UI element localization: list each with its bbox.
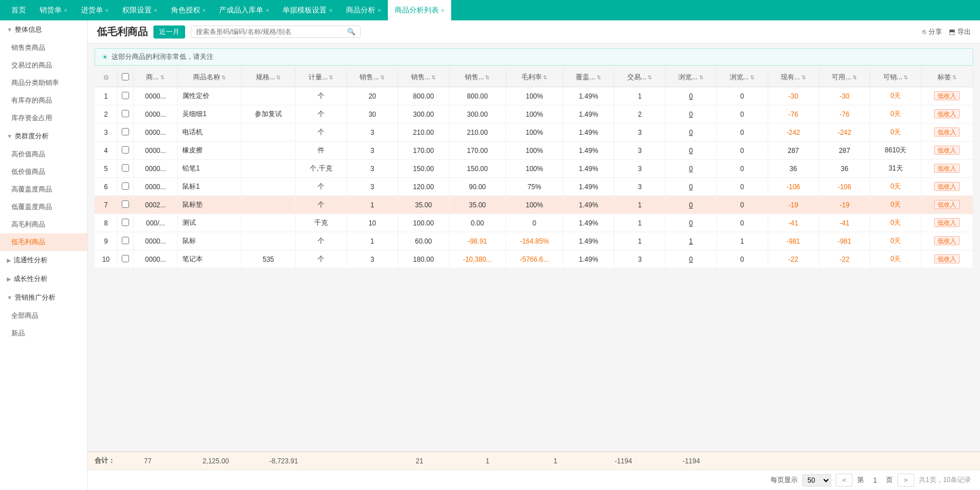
sidebar-item-stock-capital[interactable]: 库存资金占用 — [0, 109, 87, 127]
nav-item-instock[interactable]: 产成品入库单× — [212, 0, 276, 20]
nav-item-analysis-list[interactable]: 商品分析列表× — [388, 0, 451, 20]
col-header-coverage[interactable]: 覆盖... ⇅ — [563, 68, 614, 87]
prev-page-button[interactable]: ＜ — [836, 474, 853, 487]
row-checkbox[interactable] — [118, 87, 134, 105]
col-header-browse2[interactable]: 浏览... ⇅ — [717, 68, 768, 87]
sort-icon[interactable]: ⇅ — [951, 75, 957, 80]
col-header-unit[interactable]: 计量... ⇅ — [296, 68, 346, 87]
row-browse1[interactable]: 0 — [665, 160, 716, 178]
sort-icon[interactable]: ⇅ — [484, 75, 490, 80]
search-input[interactable] — [196, 28, 345, 36]
sort-icon[interactable]: ⇅ — [647, 75, 653, 80]
row-checkbox[interactable] — [118, 232, 134, 250]
row-browse1[interactable]: 0 — [665, 87, 716, 105]
nav-item-home[interactable]: 首页 — [5, 0, 33, 20]
row-checkbox[interactable] — [118, 123, 134, 142]
next-page-button[interactable]: ＞ — [897, 474, 914, 487]
close-icon[interactable]: × — [329, 7, 332, 14]
sort-icon[interactable]: ⇅ — [275, 75, 281, 80]
row-browse1[interactable]: 0 — [665, 105, 716, 123]
sort-icon[interactable]: ⇅ — [851, 75, 857, 80]
row-name[interactable]: 鼠标 — [178, 232, 241, 250]
row-name[interactable]: 鼠标垫 — [178, 196, 241, 214]
sidebar-group-整体信息[interactable]: ▼整体信息 — [0, 20, 87, 39]
close-icon[interactable]: × — [266, 7, 269, 14]
col-header-available_stock[interactable]: 可用... ⇅ — [819, 68, 870, 87]
sidebar-item-low-profit[interactable]: 低毛利商品 — [0, 233, 87, 251]
col-header-gross_rate[interactable]: 毛利率 ⇅ — [506, 68, 563, 87]
table-container[interactable]: ⚙商... ⇅商品名称 ⇅规格... ⇅计量... ⇅销售... ⇅销售... … — [95, 68, 973, 451]
row-name[interactable]: 属性定价 — [178, 87, 241, 105]
col-header-sellable_days[interactable]: 可销... ⇅ — [870, 68, 921, 87]
nav-item-purchase[interactable]: 进货单× — [74, 0, 115, 20]
col-header-sales_qty[interactable]: 销售... ⇅ — [346, 68, 397, 87]
sort-icon[interactable]: ⇅ — [749, 75, 755, 80]
nav-item-role[interactable]: 角色授权× — [164, 0, 213, 20]
export-button[interactable]: ⬒ 导出 — [949, 27, 971, 37]
row-browse1[interactable]: 0 — [665, 250, 716, 269]
col-header-current_stock[interactable]: 现有... ⇅ — [768, 68, 819, 87]
col-header-code[interactable]: 商... ⇅ — [134, 68, 178, 87]
sidebar-group-类群度分析[interactable]: ▼类群度分析 — [0, 127, 87, 146]
row-name[interactable]: 笔记本 — [178, 250, 241, 269]
row-checkbox[interactable] — [118, 214, 134, 232]
row-checkbox[interactable] — [118, 105, 134, 123]
col-header-trade_count[interactable]: 交易... ⇅ — [614, 68, 665, 87]
nav-item-analysis[interactable]: 商品分析× — [339, 0, 388, 20]
col-header-sales_price[interactable]: 销售... ⇅ — [398, 68, 449, 87]
share-button[interactable]: ⎋ 分享 — [922, 27, 942, 37]
sidebar-item-traded-goods[interactable]: 交易过的商品 — [0, 57, 87, 74]
sort-icon[interactable]: ⇅ — [595, 75, 601, 80]
sidebar-item-new-goods[interactable]: 新品 — [0, 325, 87, 342]
row-checkbox[interactable] — [118, 142, 134, 160]
sort-icon[interactable]: ⇅ — [328, 75, 334, 80]
row-browse1[interactable]: 0 — [665, 178, 716, 196]
nav-item-permission[interactable]: 权限设置× — [115, 0, 164, 20]
sort-icon[interactable]: ⇅ — [542, 75, 548, 80]
row-browse1[interactable]: 0 — [665, 123, 716, 142]
col-header-spec[interactable]: 规格... ⇅ — [241, 68, 296, 87]
row-checkbox[interactable] — [118, 250, 134, 269]
close-icon[interactable]: × — [378, 7, 381, 14]
nav-item-sales[interactable]: 销货单× — [33, 0, 74, 20]
close-icon[interactable]: × — [154, 7, 157, 14]
close-icon[interactable]: × — [203, 7, 206, 14]
sidebar-group-成长性分析[interactable]: ▶成长性分析 — [0, 270, 87, 288]
row-checkbox[interactable] — [118, 178, 134, 196]
sidebar-item-high-value[interactable]: 高价值商品 — [0, 146, 87, 163]
sidebar-item-low-coverage[interactable]: 低覆盖度商品 — [0, 198, 87, 216]
sort-icon[interactable]: ⇅ — [902, 75, 909, 80]
row-browse1[interactable]: 0 — [665, 214, 716, 232]
sort-icon[interactable]: ⇅ — [430, 75, 436, 80]
select-all-checkbox[interactable] — [122, 73, 129, 80]
sidebar-item-stock-goods[interactable]: 有库存的商品 — [0, 92, 87, 109]
close-icon[interactable]: × — [105, 7, 109, 14]
col-header-name[interactable]: 商品名称 ⇅ — [178, 68, 241, 87]
sidebar-item-high-coverage[interactable]: 高覆盖度商品 — [0, 181, 87, 198]
sidebar-group-流通性分析[interactable]: ▶流通性分析 — [0, 251, 87, 270]
sort-icon[interactable]: ⇅ — [159, 75, 165, 80]
row-name[interactable]: 橡皮擦 — [178, 142, 241, 160]
row-name[interactable]: 鼠标1 — [178, 178, 241, 196]
row-browse1[interactable]: 1 — [665, 232, 716, 250]
col-header-browse1[interactable]: 浏览... ⇅ — [665, 68, 716, 87]
row-name[interactable]: 电话机 — [178, 123, 241, 142]
row-name[interactable]: 吴细细1 — [178, 105, 241, 123]
row-name[interactable]: 铅笔1 — [178, 160, 241, 178]
row-checkbox[interactable] — [118, 160, 134, 178]
nav-item-template[interactable]: 单据模板设置× — [276, 0, 339, 20]
row-name[interactable]: 测试 — [178, 214, 241, 232]
sidebar-group-营销推广分析[interactable]: ▼营销推广分析 — [0, 288, 87, 307]
close-icon[interactable]: × — [441, 7, 444, 14]
sidebar-item-sales-goods[interactable]: 销售类商品 — [0, 39, 87, 57]
sidebar-item-high-profit[interactable]: 高毛利商品 — [0, 216, 87, 233]
sidebar-item-all-goods[interactable]: 全部商品 — [0, 307, 87, 325]
time-filter-button[interactable]: 近一月 — [153, 25, 185, 39]
search-icon[interactable]: 🔍 — [347, 28, 356, 36]
page-size-select[interactable]: 50 20 100 — [802, 474, 831, 487]
sort-icon[interactable]: ⇅ — [800, 75, 806, 80]
col-header-tag[interactable]: 标签 ⇅ — [921, 68, 973, 87]
sort-icon[interactable]: ⇅ — [220, 75, 226, 80]
row-browse1[interactable]: 0 — [665, 196, 716, 214]
settings-icon[interactable]: ⚙ — [103, 74, 109, 82]
